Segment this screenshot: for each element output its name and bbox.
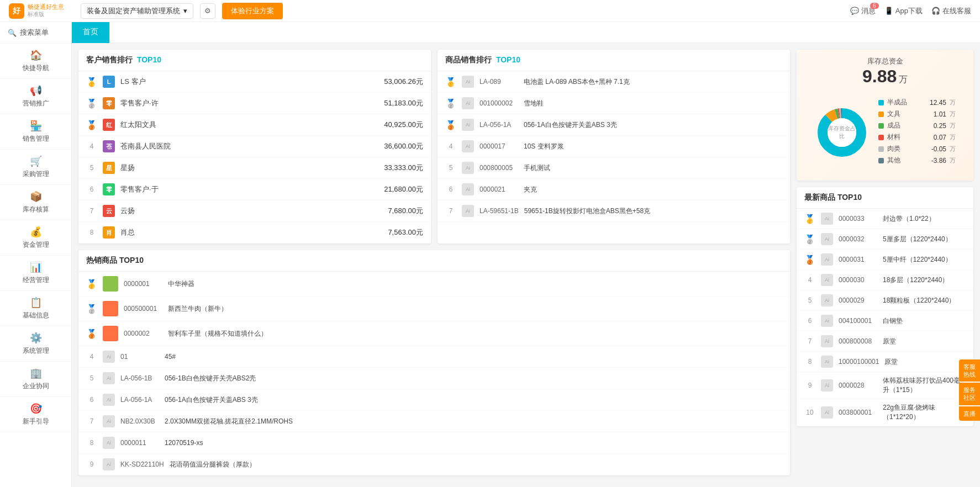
- logo-sub: 标准版: [28, 10, 64, 18]
- product-code: 01: [120, 353, 159, 361]
- system-selector[interactable]: 装备及固定资产辅助管理系统 ▾: [81, 3, 193, 19]
- legend-item: 肉类 -0.05 万: [878, 144, 956, 153]
- box-icon: 📦: [30, 190, 42, 203]
- new-products-card: 最新商品 TOP10 🥇 Ai 0000033 封边带（1.0*22） 🥈 Ai…: [797, 187, 973, 426]
- product-image: [103, 276, 118, 292]
- table-row: 6 Ai 004100001 白钢垫: [797, 311, 973, 331]
- customer-name: 红太阳文具: [120, 120, 378, 130]
- legend-dot: [878, 135, 884, 140]
- sidebar-item-system[interactable]: ⚙️ 系统管理: [0, 326, 71, 362]
- live-stream-button[interactable]: 直播: [959, 406, 980, 421]
- sidebar-item-finance[interactable]: 💰 资金管理: [0, 220, 71, 256]
- tab-home[interactable]: 首页: [72, 22, 109, 43]
- search-menu-label: 搜索菜单: [20, 28, 49, 38]
- home-icon: 🏠: [30, 49, 42, 61]
- trial-button[interactable]: 体验行业方案: [222, 3, 283, 19]
- product-code: 001000002: [480, 99, 518, 107]
- medal-icon: 🥇: [86, 77, 97, 87]
- content-area: 首页 客户销售排行 TOP10: [72, 22, 980, 487]
- avatar: 肖: [103, 226, 115, 239]
- customer-hotline-button[interactable]: 客服热线: [959, 359, 980, 382]
- main-layout: 🔍 搜索菜单 🏠 快捷导航 📢 营销推广 🏪 销售管理 🛒 采购管理 📦 库存核…: [0, 22, 980, 487]
- customer-name: 云扬: [120, 206, 382, 216]
- settings-button[interactable]: ⚙: [200, 3, 215, 19]
- right-column: 库存总资金 9.88 万: [797, 50, 973, 480]
- product-avatar: Ai: [821, 213, 833, 225]
- table-row: 🥇 Ai 0000033 封边带（1.0*22）: [797, 209, 973, 229]
- product-code: LA-056-1A: [120, 396, 159, 404]
- rank-number: 4: [804, 276, 815, 284]
- inventory-chart-area: 库存资金占比 半成品 12.45 万 文具: [805, 91, 965, 174]
- product-code: 0000032: [839, 235, 877, 243]
- new-products-title: 最新商品 TOP10: [804, 193, 862, 203]
- medal-icon: 🥈: [445, 98, 456, 109]
- avatar: L: [103, 76, 115, 88]
- sidebar-item-marketing[interactable]: 📢 营销推广: [0, 79, 71, 114]
- sidebar-label-newbie: 新手引导: [23, 417, 49, 426]
- table-row: 4 Ai 0000030 18多层（1220*2440）: [797, 270, 973, 290]
- sidebar-item-inventory[interactable]: 📦 库存核算: [0, 185, 71, 220]
- table-row: 7 云 云扬 7,680.00元: [78, 200, 431, 222]
- customer-name: 零售客户·许: [120, 98, 378, 108]
- table-row: 10 Ai 003800001 22g鱼豆腐·烧烤味（1*12*20）: [797, 399, 973, 426]
- product-avatar: Ai: [103, 372, 115, 384]
- hot-products-title: 热销商品 TOP10: [86, 256, 144, 266]
- sidebar-item-sales[interactable]: 🏪 销售管理: [0, 114, 71, 150]
- product-avatar: Ai: [821, 253, 833, 266]
- table-row: 🥉 0000002 智利车子里（规格不知道填什么）: [78, 321, 790, 346]
- inventory-unit: 万: [899, 75, 908, 84]
- customer-amount: 21,680.00元: [384, 184, 423, 194]
- legend-item: 半成品 12.45 万: [878, 98, 956, 107]
- table-row: 🥇 0000001 中华神器: [78, 272, 790, 297]
- customer-amount: 7,563.00元: [388, 227, 423, 237]
- legend-unit: 万: [950, 133, 956, 141]
- product-name: 59651-1B旋转投影灯电池盒ABS黑色+58克: [524, 207, 782, 216]
- product-code: 0000029: [839, 297, 877, 304]
- table-row: 5 Ai 000800005 手机测试: [438, 157, 790, 179]
- message-button[interactable]: 💬 6 消息: [850, 6, 876, 16]
- product-avatar: Ai: [462, 140, 474, 152]
- legend-name: 肉类: [887, 144, 928, 153]
- table-row: 8 Ai 0000011 12070519-xs: [78, 432, 790, 454]
- sidebar-label-finance: 资金管理: [23, 240, 49, 250]
- app-download-button[interactable]: 📱 App下载: [884, 6, 923, 16]
- search-menu[interactable]: 🔍 搜索菜单: [0, 22, 71, 44]
- legend-item: 文具 1.01 万: [878, 109, 956, 119]
- medal-icon: 🥉: [445, 120, 456, 130]
- sidebar-item-operation[interactable]: 📊 经营管理: [0, 256, 71, 291]
- legend-item: 其他 -3.86 万: [878, 156, 956, 165]
- table-row: 6 零 零售客户·于 21,680.00元: [78, 179, 431, 200]
- product-code: 000800005: [480, 164, 518, 172]
- customer-name: 零售客户·于: [120, 184, 378, 194]
- legend-item: 材料 0.07 万: [878, 133, 956, 142]
- sidebar-item-purchase[interactable]: 🛒 采购管理: [0, 150, 71, 185]
- sidebar-item-corp[interactable]: 🏢 企业协同: [0, 362, 71, 397]
- product-code: NB2.0X30B: [120, 417, 159, 425]
- table-row: 7 Ai 000800008 原堂: [797, 331, 973, 352]
- customer-amount: 53,006.26元: [384, 77, 423, 87]
- medal-icon: 🥉: [86, 329, 97, 339]
- service-community-button[interactable]: 服务社区: [959, 383, 980, 405]
- online-service-button[interactable]: 🎧 在线客服: [931, 6, 971, 16]
- table-row: 🥈 Ai 001000002 雪地鞋: [438, 93, 790, 114]
- product-code: 0000011: [120, 439, 159, 447]
- avatar: 云: [103, 205, 115, 217]
- legend-dot: [878, 123, 884, 129]
- legend-name: 其他: [887, 156, 928, 165]
- legend-unit: 万: [950, 145, 956, 153]
- avatar: 零: [103, 183, 115, 195]
- settings-icon: ⚙️: [30, 332, 42, 344]
- hot-products-header: 热销商品 TOP10: [78, 250, 790, 272]
- table-row: 9 Ai KK-SD22110H 花语萌值温分腿裤袋（厚款）: [78, 454, 790, 475]
- logo-icon: 好: [9, 3, 24, 19]
- legend-dot: [878, 146, 884, 152]
- product-avatar: Ai: [821, 315, 833, 327]
- rank-number: 7: [86, 207, 97, 215]
- sidebar-label-quicknav: 快捷导航: [23, 63, 49, 73]
- rank-number: 7: [804, 337, 815, 345]
- sidebar-item-basic[interactable]: 📋 基础信息: [0, 291, 71, 326]
- table-row: 🥈 000500001 新西兰牛肉（新牛）: [78, 297, 790, 321]
- sidebar-item-quicknav[interactable]: 🏠 快捷导航: [0, 44, 71, 79]
- sidebar-item-newbie[interactable]: 🎯 新手引导: [0, 397, 71, 432]
- product-avatar: Ai: [821, 406, 833, 419]
